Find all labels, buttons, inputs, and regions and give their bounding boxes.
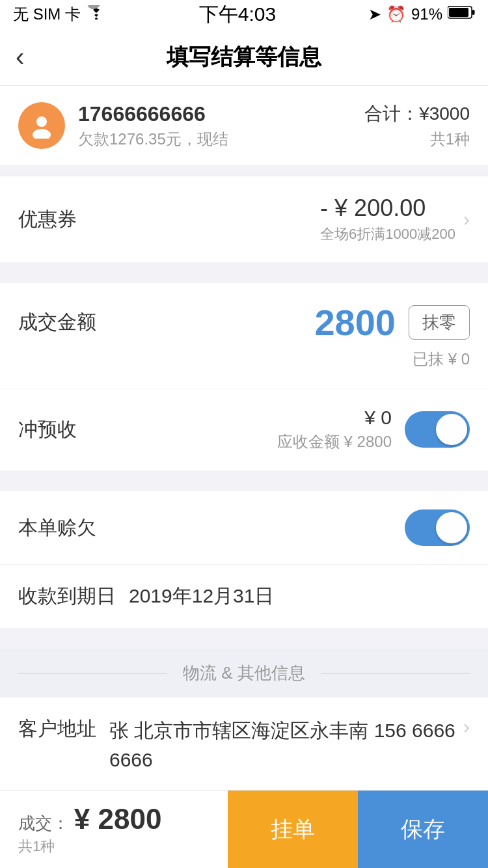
status-left: 无 SIM 卡: [13, 4, 107, 25]
credit-toggle[interactable]: [405, 509, 470, 546]
status-bar: 无 SIM 卡 下午4:03 ➤ ⏰ 91%: [0, 0, 488, 29]
prepay-sub: 应收金额 ¥ 2800: [277, 431, 392, 452]
sep-line-left: [18, 673, 167, 673]
hold-button[interactable]: 挂单: [228, 791, 358, 869]
toggle-knob: [436, 414, 467, 445]
user-sub: 欠款1276.35元，现结: [78, 129, 228, 150]
duedate-label: 收款到期日: [18, 583, 116, 610]
deal-amount-value: 2800: [314, 301, 396, 344]
total-count: 共1种: [364, 129, 470, 150]
bottom-deal-label: 成交：: [18, 813, 69, 833]
credit-toggle-knob: [436, 512, 467, 543]
logistics-separator: 物流 & 其他信息: [0, 649, 488, 698]
divider-2: [0, 481, 488, 491]
status-right: ➤ ⏰ 91%: [368, 5, 475, 23]
battery-text: 91%: [411, 5, 442, 23]
chevron-right-icon: ›: [463, 208, 470, 230]
divider-3: [0, 638, 488, 649]
location-icon: ➤: [368, 5, 381, 23]
svg-point-5: [33, 129, 51, 139]
round-zero-button[interactable]: 抹零: [409, 305, 470, 340]
divider-1: [0, 273, 488, 283]
bottom-deal-amount: ¥ 2800: [74, 803, 162, 835]
svg-point-4: [36, 116, 47, 127]
coupon-row[interactable]: 优惠券 - ¥ 200.00 全场6折满1000减200 ›: [0, 176, 488, 262]
back-button[interactable]: ‹: [16, 42, 24, 72]
address-value: 张 北京市市辖区海淀区永丰南 156 6666 6666: [109, 716, 463, 774]
sep-line-right: [321, 673, 470, 673]
logistics-label: 物流 & 其他信息: [183, 662, 305, 685]
total-label: 合计：¥3000: [364, 102, 470, 126]
bottom-count: 共1种: [18, 837, 210, 856]
prepay-amount: ¥ 0: [277, 407, 392, 429]
nav-bar: ‹ 填写结算等信息: [0, 29, 488, 86]
page-title: 填写结算等信息: [167, 42, 321, 72]
battery-icon: [448, 5, 475, 23]
deal-amount-label: 成交金额: [18, 309, 96, 336]
sim-status: 无 SIM 卡: [13, 4, 81, 25]
prepay-label: 冲预收: [18, 416, 77, 443]
coupon-discount: - ¥ 200.00: [320, 195, 455, 222]
prepay-toggle[interactable]: [405, 411, 470, 448]
coupon-desc: 全场6折满1000减200: [320, 224, 455, 244]
credit-section: 本单赊欠 收款到期日 2019年12月31日: [0, 491, 488, 628]
user-info-section: 17666666666 欠款1276.35元，现结 合计：¥3000 共1种: [0, 86, 488, 165]
user-info-row: 17666666666 欠款1276.35元，现结 合计：¥3000 共1种: [0, 86, 488, 165]
coupon-section: 优惠券 - ¥ 200.00 全场6折满1000减200 ›: [0, 176, 488, 262]
deal-amount-section: 成交金额 2800 抹零 已抹 ¥ 0 冲预收 ¥ 0 应收金额 ¥ 2800: [0, 283, 488, 470]
avatar: [18, 102, 65, 149]
status-time: 下午4:03: [199, 1, 276, 28]
wifi-icon: [86, 5, 107, 23]
bottom-bar: 成交： ¥ 2800 共1种 挂单 保存: [0, 790, 488, 868]
svg-point-0: [95, 18, 98, 20]
address-label: 客户地址: [18, 716, 96, 742]
coupon-label: 优惠券: [18, 206, 77, 233]
address-section: 客户地址 张 北京市市辖区海淀区永丰南 156 6666 6666 ›: [0, 698, 488, 793]
svg-rect-3: [449, 8, 468, 17]
alarm-icon: ⏰: [386, 5, 406, 23]
svg-rect-2: [472, 10, 474, 15]
address-row[interactable]: 客户地址 张 北京市市辖区海淀区永丰南 156 6666 6666 ›: [0, 698, 488, 793]
save-button[interactable]: 保存: [358, 791, 488, 869]
user-phone: 17666666666: [78, 102, 228, 126]
credit-label: 本单赊欠: [18, 515, 96, 541]
deal-sub: 已抹 ¥ 0: [18, 349, 470, 370]
bottom-deal-info: 成交： ¥ 2800 共1种: [0, 803, 228, 856]
duedate-value: 2019年12月31日: [129, 583, 274, 610]
address-chevron-icon: ›: [463, 716, 470, 738]
